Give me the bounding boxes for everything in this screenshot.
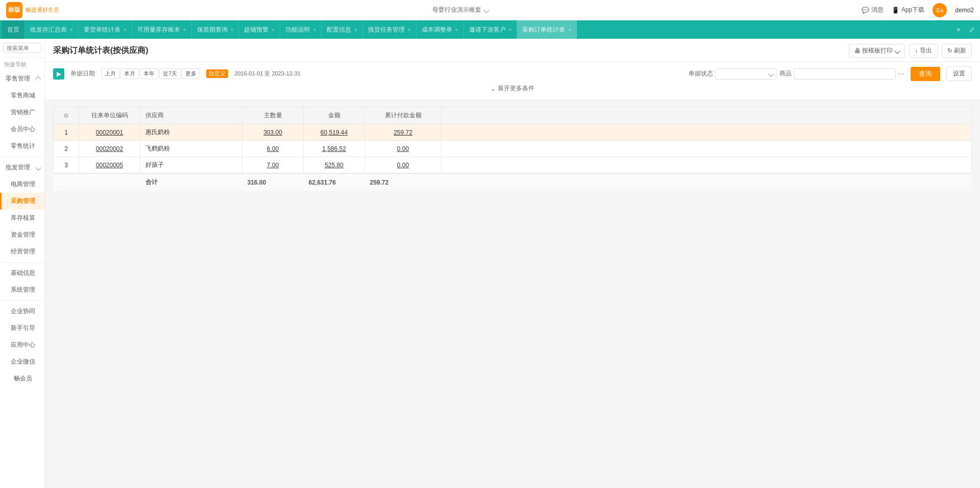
tab-close-available-stock[interactable]: × xyxy=(183,27,186,33)
tab-pick-task[interactable]: 拣货任务管理 × xyxy=(363,20,416,39)
nav-tabs: 首页 收发存汇总表 × 要货单统计表 × 可用量库存账本 × 保质期查询 × 超… xyxy=(0,20,980,39)
sidebar-item-retail-mall[interactable]: 零售商城 xyxy=(0,87,44,104)
status-select[interactable] xyxy=(715,68,776,80)
tab-actions: × ⤢ xyxy=(953,20,978,39)
code-link-3[interactable]: 00020005 xyxy=(96,162,123,169)
footer-amount: 62,631.76 xyxy=(304,173,365,191)
amount-link-1[interactable]: 60,519.44 xyxy=(321,129,348,136)
query-button[interactable]: 查询 xyxy=(911,67,940,81)
tab-shelf-query[interactable]: 保质期查询 × xyxy=(192,20,239,39)
tab-close-cost-adjust[interactable]: × xyxy=(455,27,458,33)
date-this-month-button[interactable]: 本月 xyxy=(120,68,139,79)
table-row: 2 00020002 飞鹤奶粉 6.00 1,586.52 0.00 xyxy=(54,141,972,157)
table-body: 1 00020001 惠氏奶粉 303.00 60,519.44 259.72 xyxy=(54,124,972,174)
app-download-button[interactable]: 📱 App下载 xyxy=(892,6,924,14)
date-last-7-days-button[interactable]: 近7天 xyxy=(159,68,181,79)
tab-close-purchase-summary[interactable]: × xyxy=(568,27,571,33)
tab-cost-adjust[interactable]: 成本调整单 × xyxy=(416,20,464,39)
tab-config-info[interactable]: 配置信息 × xyxy=(322,20,363,39)
date-last-month-button[interactable]: 上月 xyxy=(101,68,119,79)
status-filter-label: 单据状态 xyxy=(689,69,713,78)
top-right: 💬 消息 📱 App下载 Ea demo2 xyxy=(862,3,974,17)
quick-nav-label: 快捷导航 xyxy=(0,58,44,70)
sidebar-item-retail-mgmt[interactable]: 零售管理 xyxy=(0,70,44,87)
tab-purchase-summary[interactable]: 采购订单统计表 × xyxy=(517,20,577,39)
tab-receive-summary[interactable]: 收发存汇总表 × xyxy=(25,20,79,39)
paid-link-3[interactable]: 0.00 xyxy=(397,162,409,169)
tab-function-desc[interactable]: 功能说明 × xyxy=(280,20,322,39)
cell-supplier-1: 惠氏奶粉 xyxy=(140,124,242,141)
tab-expand-button[interactable]: ⤢ xyxy=(966,24,978,35)
sidebar-item-inventory-check[interactable]: 库存核算 xyxy=(0,210,44,226)
sidebar-item-ecommerce-mgmt[interactable]: 电商管理 xyxy=(0,176,44,193)
cell-code-1: 00020001 xyxy=(79,124,140,141)
cell-supplier-3: 好孩子 xyxy=(140,157,242,174)
sidebar-search-area xyxy=(0,39,44,58)
logo-abbr: 标版 xyxy=(8,6,20,14)
col-amount-label: 金额 xyxy=(328,112,340,119)
avatar-text: Ea xyxy=(937,7,943,13)
tab-close-invite-customer[interactable]: × xyxy=(509,27,512,33)
table-header-row: ⚙ 往来单位编码 供应商 主数量 金额 xyxy=(54,107,972,124)
tab-window-close-button[interactable]: × xyxy=(953,24,964,35)
sidebar-item-operation-mgmt[interactable]: 经营管理 xyxy=(0,243,44,260)
expand-more-conditions-button[interactable]: ⌄ 展开更多条件 xyxy=(53,81,972,96)
setting-button[interactable]: 设置 xyxy=(946,66,972,81)
sidebar-item-basic-info[interactable]: 基础信息 xyxy=(0,265,44,281)
sidebar-item-system-mgmt[interactable]: 系统管理 xyxy=(0,281,44,298)
tab-function-desc-label: 功能说明 xyxy=(285,25,310,34)
sidebar-item-member-center[interactable]: 会员中心 xyxy=(0,121,44,138)
sidebar-item-app-center[interactable]: 应用中心 xyxy=(0,337,44,353)
sidebar-member-center-label: 会员中心 xyxy=(11,125,35,133)
tab-close-overstock-warning[interactable]: × xyxy=(272,27,275,33)
workspace-selector[interactable]: 母婴行业演示账套 xyxy=(432,6,488,14)
tab-close-order-summary[interactable]: × xyxy=(124,27,127,33)
message-button[interactable]: 💬 消息 xyxy=(862,6,884,14)
date-more-button[interactable]: 更多 xyxy=(182,68,200,79)
qty-link-1[interactable]: 303.00 xyxy=(263,129,282,136)
cell-extra-2 xyxy=(442,141,972,157)
sidebar-item-enterprise-collab[interactable]: 企业协同 xyxy=(0,303,44,320)
tab-receive-summary-label: 收发存汇总表 xyxy=(30,25,67,34)
code-link-2[interactable]: 00020002 xyxy=(96,145,123,152)
sidebar-item-capital-mgmt[interactable]: 资金管理 xyxy=(0,226,44,243)
tab-invite-customer[interactable]: 邀请下游客户 × xyxy=(464,20,518,39)
tab-close-receive-summary[interactable]: × xyxy=(70,27,73,33)
tab-close-shelf-query[interactable]: × xyxy=(231,27,234,33)
refresh-button[interactable]: ↻ 刷新 xyxy=(942,44,972,58)
sidebar-item-member-card[interactable]: 畅会员 xyxy=(0,370,44,387)
tab-order-summary[interactable]: 要货单统计表 × xyxy=(79,20,132,39)
tab-close-function-desc[interactable]: × xyxy=(313,27,316,33)
sidebar-item-marketing[interactable]: 营销推广 xyxy=(0,104,44,121)
print-button[interactable]: 🖶 按模板打印 xyxy=(849,44,905,58)
sidebar-item-retail-stats[interactable]: 零售统计 xyxy=(0,138,44,155)
expand-toggle-button[interactable]: ▶ xyxy=(53,68,64,80)
code-link-1[interactable]: 00020001 xyxy=(96,129,123,136)
tab-available-stock[interactable]: 可用量库存账本 × xyxy=(132,20,192,39)
goods-input[interactable] xyxy=(794,68,896,80)
col-paid-label: 累计付款金额 xyxy=(385,112,422,119)
tab-close-config-info[interactable]: × xyxy=(354,27,357,33)
cell-amount-1: 60,519.44 xyxy=(304,124,365,141)
tab-overstock-warning[interactable]: 超储预警 × xyxy=(239,20,280,39)
goods-search-icon: ⋯ xyxy=(898,70,904,78)
table-settings-icon[interactable]: ⚙ xyxy=(63,112,69,119)
search-input[interactable] xyxy=(3,43,41,53)
paid-link-1[interactable]: 259.72 xyxy=(394,129,412,136)
col-extra-header xyxy=(442,107,972,124)
qty-link-2[interactable]: 6.00 xyxy=(267,145,279,152)
amount-link-2[interactable]: 1,586.52 xyxy=(322,145,346,152)
date-filter-label: 单据日期 xyxy=(70,69,95,78)
export-button[interactable]: ↓ 导出 xyxy=(909,44,937,58)
qty-link-3[interactable]: 7.00 xyxy=(267,162,279,169)
tab-home[interactable]: 首页 xyxy=(2,20,25,39)
sidebar-item-new-user-guide[interactable]: 新手引导 xyxy=(0,320,44,337)
sidebar-item-wholesale-mgmt[interactable]: 批发管理 xyxy=(0,159,44,176)
tab-close-pick-task[interactable]: × xyxy=(408,27,411,33)
sidebar-item-enterprise-wechat[interactable]: 企业微信 xyxy=(0,353,44,370)
date-this-year-button[interactable]: 本年 xyxy=(140,68,158,79)
amount-link-3[interactable]: 525.80 xyxy=(325,162,344,169)
sidebar-item-purchase-mgmt[interactable]: 采购管理 xyxy=(0,193,44,210)
paid-link-2[interactable]: 0.00 xyxy=(397,145,409,152)
cell-qty-1: 303.00 xyxy=(242,124,304,141)
